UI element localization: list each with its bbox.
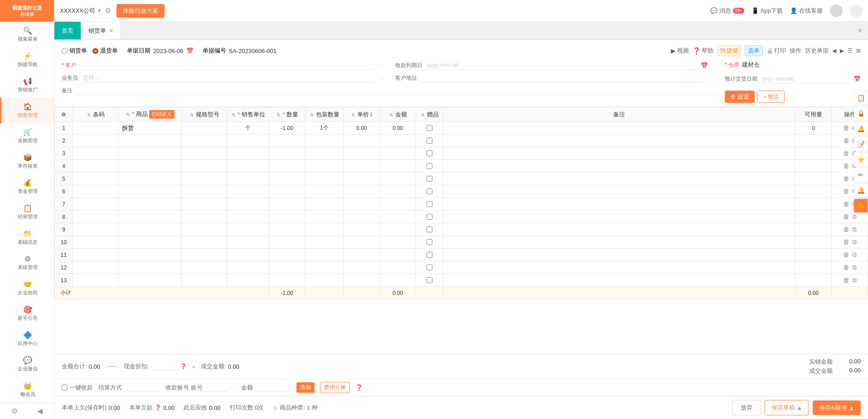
- spec-input[interactable]: [185, 163, 223, 169]
- remark-input[interactable]: [447, 175, 791, 182]
- row-price[interactable]: [344, 211, 380, 223]
- row-price[interactable]: [344, 147, 380, 160]
- gift-checkbox[interactable]: [427, 201, 432, 207]
- gift-checkbox[interactable]: [427, 125, 432, 131]
- radio-return[interactable]: 退货单: [92, 47, 118, 55]
- row-remark[interactable]: [443, 223, 795, 236]
- row-gift[interactable]: [416, 249, 443, 261]
- float-btn-1[interactable]: 📋: [853, 91, 868, 105]
- row-spec[interactable]: [182, 261, 227, 274]
- row-remark[interactable]: [443, 198, 795, 211]
- row-gift[interactable]: [416, 198, 443, 211]
- sidebar-settings-btn[interactable]: ⚙: [11, 407, 18, 415]
- sidebar-item-guide[interactable]: 🎯 新手引导: [0, 301, 54, 326]
- calendar-icon[interactable]: 📅: [186, 48, 194, 54]
- gift-checkbox[interactable]: [427, 226, 432, 232]
- product-input[interactable]: [122, 137, 178, 144]
- spec-input[interactable]: [185, 201, 223, 207]
- remark-input[interactable]: [447, 251, 791, 258]
- discount-input[interactable]: [151, 363, 178, 370]
- row-barcode[interactable]: [73, 261, 118, 274]
- row-price[interactable]: [344, 274, 380, 287]
- row-remark[interactable]: [443, 236, 795, 249]
- copy-icon[interactable]: ⧉: [852, 226, 857, 233]
- float-btn-7[interactable]: 🔔: [853, 183, 868, 197]
- one-click-pay-input[interactable]: [62, 385, 68, 390]
- row-gift[interactable]: [416, 147, 443, 160]
- row-spec[interactable]: [182, 147, 227, 160]
- row-price[interactable]: [344, 236, 380, 249]
- select-btn[interactable]: 选单: [745, 45, 763, 56]
- spec-input[interactable]: [185, 251, 223, 258]
- delete-icon[interactable]: 🗑: [843, 188, 849, 195]
- remark-input[interactable]: [447, 264, 791, 271]
- product-input[interactable]: [122, 188, 178, 195]
- salesperson-more-icon[interactable]: ···: [379, 75, 384, 82]
- row-spec[interactable]: [182, 185, 227, 198]
- customer-input[interactable]: [79, 61, 375, 70]
- barcode-input[interactable]: [77, 150, 114, 157]
- trial-button[interactable]: 体验行业方案: [116, 4, 165, 18]
- product-input[interactable]: [122, 175, 178, 182]
- tab-close-icon[interactable]: ✕: [109, 28, 113, 34]
- sidebar-item-finance[interactable]: 💰 资金管理: [0, 174, 54, 199]
- topbar-gear-icon[interactable]: ⚙: [105, 6, 111, 15]
- barcode-input[interactable]: [77, 277, 114, 284]
- payment-more-icon[interactable]: ···: [713, 62, 718, 69]
- payment-calendar-icon[interactable]: 📅: [701, 62, 708, 69]
- sidebar-item-enterprise[interactable]: 🤝 企业协同: [0, 275, 54, 301]
- float-btn-5[interactable]: ⭐: [853, 152, 868, 167]
- product-input[interactable]: [122, 125, 178, 131]
- row-qty[interactable]: [269, 147, 305, 160]
- delete-icon[interactable]: 🗑: [843, 251, 849, 259]
- row-price[interactable]: [344, 135, 380, 147]
- gift-checkbox[interactable]: [427, 176, 432, 182]
- row-barcode[interactable]: [73, 223, 118, 236]
- sort-icon[interactable]: ⇅: [87, 112, 91, 117]
- row-price[interactable]: [344, 185, 380, 198]
- row-barcode[interactable]: [73, 122, 118, 135]
- tab-sales-order[interactable]: 销货单 ✕: [81, 22, 121, 39]
- customer-more-icon[interactable]: ···: [379, 62, 384, 69]
- row-amount[interactable]: [380, 147, 416, 160]
- row-amount[interactable]: [380, 135, 416, 147]
- sort-icon[interactable]: ⇅: [126, 112, 130, 117]
- row-price[interactable]: [344, 160, 380, 173]
- row-unit[interactable]: [227, 198, 269, 211]
- row-unit[interactable]: [227, 185, 269, 198]
- row-gift[interactable]: [416, 160, 443, 173]
- row-spec[interactable]: [182, 160, 227, 173]
- float-btn-3[interactable]: 🔔: [853, 121, 868, 136]
- action-btn[interactable]: 操作: [790, 47, 801, 55]
- row-remark[interactable]: [443, 211, 795, 223]
- app-download-btn[interactable]: 📱 App下载: [752, 7, 783, 15]
- row-barcode[interactable]: [73, 236, 118, 249]
- row-gift[interactable]: [416, 274, 443, 287]
- row-gift[interactable]: [416, 211, 443, 223]
- spec-input[interactable]: [185, 226, 223, 233]
- float-btn-6[interactable]: ✏: [853, 168, 868, 182]
- row-product[interactable]: [118, 160, 182, 173]
- sort-icon[interactable]: ⇅: [389, 112, 393, 117]
- radio-sale[interactable]: 销货单: [62, 47, 87, 55]
- row-remark[interactable]: [443, 173, 795, 185]
- one-click-pay-checkbox[interactable]: 一键收款: [62, 384, 93, 392]
- row-barcode[interactable]: [73, 147, 118, 160]
- company-selector[interactable]: XXXXXX公司 ▾: [60, 7, 101, 15]
- row-barcode[interactable]: [73, 185, 118, 198]
- copy-icon[interactable]: ⧉: [852, 251, 857, 259]
- barcode-input[interactable]: [77, 125, 114, 131]
- row-qty[interactable]: [269, 185, 305, 198]
- copy-icon[interactable]: ⧉: [852, 264, 857, 271]
- row-barcode[interactable]: [73, 173, 118, 185]
- row-amount[interactable]: [380, 173, 416, 185]
- row-pkgqty[interactable]: [305, 185, 343, 198]
- row-qty[interactable]: [269, 249, 305, 261]
- row-qty[interactable]: [269, 173, 305, 185]
- delete-icon[interactable]: 🗑: [843, 162, 849, 170]
- product-input[interactable]: [122, 277, 178, 284]
- nav-prev-btn[interactable]: ◀: [832, 48, 836, 54]
- th-settings[interactable]: ⚙: [55, 107, 73, 122]
- row-amount[interactable]: [380, 198, 416, 211]
- fee-split-btn[interactable]: 费用分摊: [320, 382, 350, 393]
